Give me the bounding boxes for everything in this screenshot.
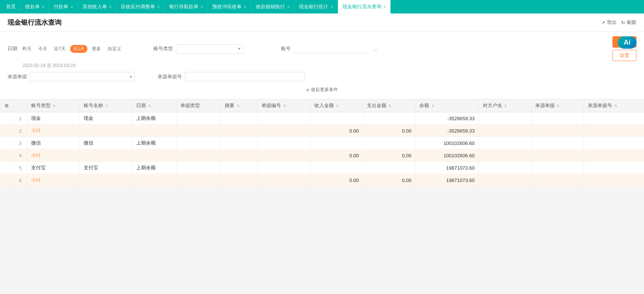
nav-tab[interactable]: 应收应付调整单×	[116, 0, 164, 13]
cell-date	[132, 174, 176, 187]
cell-income: 0.00	[310, 149, 363, 162]
date-shortcut-btn[interactable]: 更多	[90, 45, 103, 53]
nav-home[interactable]: 首页	[2, 0, 21, 13]
date-shortcut-btn[interactable]: 今天	[36, 45, 50, 53]
account-type-label: 账号类型	[153, 45, 173, 52]
source-doc-num-label: 来源单据号	[158, 73, 182, 80]
account-ellipsis-btn[interactable]: ...	[372, 46, 379, 52]
th-num	[14, 99, 27, 112]
th-source-doc-num[interactable]: 来源单据号 ⇅	[584, 99, 644, 112]
date-shortcut-btn[interactable]: 自定义	[105, 45, 123, 53]
collapse-icon: ∧	[306, 87, 309, 93]
th-counterparty[interactable]: 对方户名 ⇅	[479, 99, 531, 112]
nav-tab[interactable]: 预收冲应收单×	[208, 0, 251, 13]
cell-doc-type	[177, 125, 221, 137]
th-source-doc[interactable]: 来源单据 ⇅	[531, 99, 584, 112]
table-header: ⚙ 账号类型 ⇅ 账号名称 ⇅ 日期 ⇅ 单据类型 摘要 ⇅ 单据编号 ⇅ 收入…	[0, 99, 644, 112]
tab-close-icon[interactable]: ×	[201, 4, 203, 9]
date-filter-group: 日期 昨天今天近7天近1月更多自定义	[8, 45, 123, 53]
account-type-select[interactable]: 现金 微信 支付宝	[176, 44, 243, 54]
settings-button[interactable]: 设置	[612, 50, 636, 61]
cell-doc-num	[258, 125, 310, 137]
filter-row-2: 来源单据 来源单据号	[8, 72, 636, 81]
cell-summary	[221, 137, 258, 149]
cell-balance: 19871073.60	[415, 162, 479, 174]
tab-close-icon[interactable]: ×	[157, 4, 159, 9]
table-row: 4 小计 0.00 0.00 100102606.60	[0, 149, 644, 162]
cell-source-doc	[531, 125, 584, 137]
cell-num: 6	[14, 174, 27, 187]
tab-close-icon[interactable]: ×	[287, 4, 290, 9]
nav-tab-label: 收款单	[25, 3, 40, 10]
nav-tab[interactable]: 付款单×	[49, 0, 78, 13]
tab-close-icon[interactable]: ×	[330, 4, 333, 9]
th-account-type[interactable]: 账号类型 ⇅	[27, 99, 80, 112]
table-row: 5 支付宝 支付宝 上期余额 19871073.60	[0, 162, 644, 174]
cell-income	[310, 112, 363, 125]
account-type-select-wrapper: 现金 微信 支付宝	[176, 44, 243, 54]
nav-tab[interactable]: 其他收入单×	[78, 0, 116, 13]
th-expense[interactable]: 支出金额 ⇅	[363, 99, 415, 112]
th-doc-type: 单据类型	[177, 99, 221, 112]
ai-badge[interactable]: Ai	[618, 36, 636, 49]
nav-tab-label: 其他收入单	[83, 3, 107, 10]
nav-tab-label: 现金银行统计	[299, 3, 328, 10]
tab-close-icon[interactable]: ×	[384, 4, 386, 9]
filter-bar: 日期 昨天今天近7天近1月更多自定义 账号类型 现金 微信 支付宝 账号 ...…	[0, 32, 644, 99]
tab-close-icon[interactable]: ×	[109, 4, 111, 9]
header-actions: ↗ 导出 ↻ 刷新	[601, 19, 636, 26]
tab-close-icon[interactable]: ×	[71, 4, 73, 9]
cell-account-type: 微信	[27, 137, 80, 149]
table-row: 2 小计 0.00 0.00 -3528659.33	[0, 125, 644, 137]
cell-expense: 0.00	[363, 149, 415, 162]
source-doc-num-filter-group: 来源单据号	[158, 72, 305, 81]
page-header: 现金银行流水查询 ↗ 导出 ↻ 刷新	[0, 13, 644, 32]
source-doc-select-wrapper	[30, 72, 135, 81]
th-gear[interactable]: ⚙	[0, 99, 14, 112]
date-shortcut-btn[interactable]: 近7天	[52, 45, 68, 53]
cell-account-name: 支付宝	[80, 162, 132, 174]
source-doc-filter-group: 来源单据	[8, 72, 135, 81]
th-doc-num[interactable]: 单据编号 ⇅	[258, 99, 310, 112]
th-balance[interactable]: 余额 ⇅	[415, 99, 479, 112]
cell-date: 上期余额	[132, 137, 176, 149]
source-doc-select[interactable]	[30, 72, 135, 81]
nav-tab[interactable]: 现金银行统计×	[294, 0, 338, 13]
cell-expense	[363, 112, 415, 125]
export-icon: ↗	[601, 20, 605, 25]
cell-expense	[363, 162, 415, 174]
cell-balance: 100102606.60	[415, 137, 479, 149]
cell-account-name	[80, 149, 132, 162]
cell-source-doc	[531, 149, 584, 162]
collapse-bar[interactable]: ∧ 收起更多条件	[8, 85, 636, 94]
nav-tab-label: 银行存取款单	[169, 3, 198, 10]
cell-gear	[0, 162, 14, 174]
th-income[interactable]: 收入金额 ⇅	[310, 99, 363, 112]
refresh-button[interactable]: ↻ 刷新	[621, 19, 636, 26]
source-doc-num-input[interactable]	[185, 72, 305, 81]
account-input[interactable]	[294, 44, 369, 53]
tab-close-icon[interactable]: ×	[244, 4, 246, 9]
th-account-name[interactable]: 账号名称 ⇅	[80, 99, 132, 112]
th-date[interactable]: 日期 ⇅	[132, 99, 176, 112]
cell-num: 3	[14, 137, 27, 149]
export-button[interactable]: ↗ 导出	[601, 19, 617, 26]
cell-source-doc-num	[584, 162, 644, 174]
nav-tab[interactable]: 收款单×	[21, 0, 49, 13]
nav-tab[interactable]: 现金银行流水查询×	[338, 0, 390, 13]
table-row: 1 现金 现金 上期余额 -3528659.33	[0, 112, 644, 125]
date-shortcut-btn[interactable]: 昨天	[20, 45, 34, 53]
th-summary[interactable]: 摘要 ⇅	[221, 99, 258, 112]
cell-account-name	[80, 125, 132, 137]
cell-num: 5	[14, 162, 27, 174]
cell-source-doc-num	[584, 149, 644, 162]
cell-account-type: 小计	[27, 174, 80, 187]
cell-summary	[221, 125, 258, 137]
nav-tab[interactable]: 银行存取款单×	[165, 0, 208, 13]
tab-close-icon[interactable]: ×	[42, 4, 44, 9]
date-shortcut-btn[interactable]: 近1月	[70, 45, 88, 53]
cell-source-doc	[531, 137, 584, 149]
nav-tab[interactable]: 收款核销执行×	[251, 0, 294, 13]
cell-summary	[221, 112, 258, 125]
cell-gear	[0, 112, 14, 125]
